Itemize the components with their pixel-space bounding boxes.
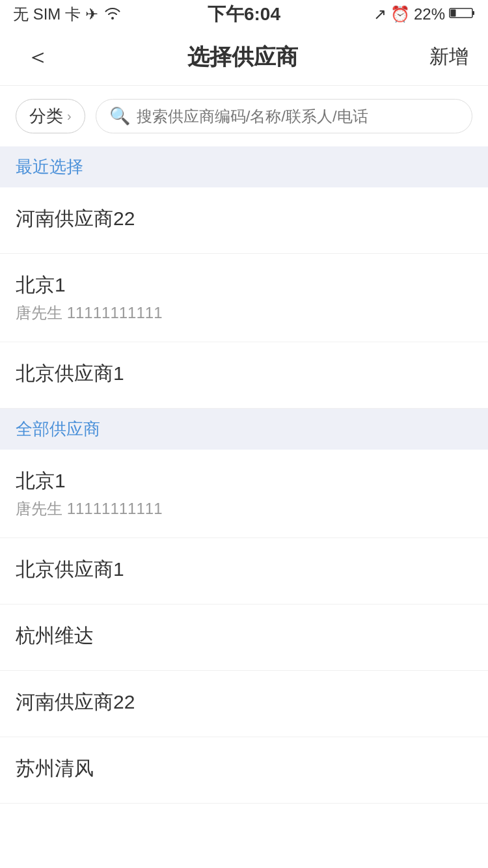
all-list-item[interactable]: 河南供应商22 — [0, 671, 488, 737]
status-left: 无 SIM 卡 ✈ — [13, 4, 122, 25]
alarm-icon: ⏰ — [390, 5, 410, 23]
status-right: ↗ ⏰ 22% — [373, 5, 475, 23]
battery-icon — [449, 5, 475, 23]
recent-list-item[interactable]: 北京1 唐先生 11111111111 — [0, 254, 488, 342]
search-icon: 🔍 — [109, 106, 130, 126]
all-list-item[interactable]: 北京供应商1 — [0, 538, 488, 604]
battery-text: 22% — [414, 5, 445, 23]
item-name: 北京供应商1 — [16, 556, 472, 583]
recent-list-item[interactable]: 北京供应商1 — [0, 342, 488, 409]
status-time: 下午6:04 — [208, 2, 280, 27]
item-name: 北京供应商1 — [16, 360, 472, 387]
item-name: 杭州维达 — [16, 623, 472, 649]
item-name: 苏州清风 — [16, 755, 472, 782]
all-list-item[interactable]: 苏州清风 — [0, 737, 488, 804]
status-bar: 无 SIM 卡 ✈ 下午6:04 ↗ ⏰ 22% — [0, 0, 488, 29]
wifi-icon — [103, 5, 122, 23]
search-box: 🔍 — [96, 99, 472, 133]
all-items-list: 北京1 唐先生 11111111111北京供应商1 杭州维达 河南供应商22 苏… — [0, 450, 488, 804]
item-sub: 唐先生 11111111111 — [16, 303, 472, 323]
back-button[interactable]: ＜ — [20, 34, 56, 79]
new-action-button[interactable]: 新增 — [429, 44, 468, 70]
location-icon: ↗ — [373, 5, 386, 23]
item-name: 河南供应商22 — [16, 206, 472, 232]
item-sub: 唐先生 11111111111 — [16, 498, 472, 519]
recent-section-header: 最近选择 — [0, 146, 488, 187]
all-list-item[interactable]: 北京1 唐先生 11111111111 — [0, 450, 488, 538]
all-list-item[interactable]: 杭州维达 — [0, 604, 488, 671]
category-label: 分类 — [29, 105, 63, 128]
recent-list-item[interactable]: 河南供应商22 — [0, 187, 488, 254]
item-name: 北京1 — [16, 272, 472, 299]
nav-title: 选择供应商 — [187, 42, 298, 72]
item-name: 河南供应商22 — [16, 689, 472, 716]
chevron-right-icon: › — [67, 109, 72, 124]
category-filter-button[interactable]: 分类 › — [16, 99, 85, 133]
item-name: 北京1 — [16, 468, 472, 495]
svg-rect-1 — [472, 11, 474, 15]
all-section-header: 全部供应商 — [0, 409, 488, 450]
search-input[interactable] — [137, 107, 459, 126]
no-sim-text: 无 SIM 卡 ✈ — [13, 4, 98, 25]
nav-bar: ＜ 选择供应商 新增 — [0, 29, 488, 86]
recent-items-list: 河南供应商22 北京1 唐先生 11111111111北京供应商1 — [0, 187, 488, 409]
filter-bar: 分类 › 🔍 — [0, 86, 488, 146]
svg-rect-2 — [451, 10, 456, 17]
